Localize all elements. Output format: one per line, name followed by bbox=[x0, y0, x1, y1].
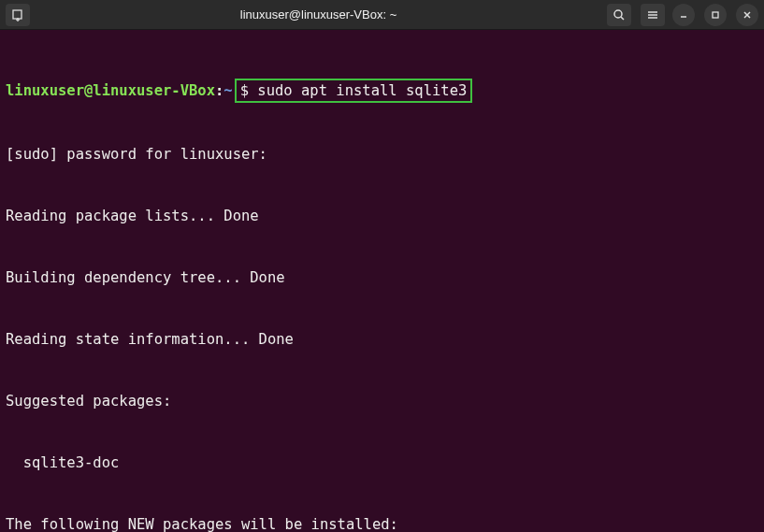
command-highlight-box: $ sudo apt install sqlite3 bbox=[235, 79, 473, 103]
new-tab-icon bbox=[11, 8, 24, 22]
output-line: Suggested packages: bbox=[6, 391, 758, 411]
output-line: Reading state information... Done bbox=[6, 329, 758, 350]
svg-point-3 bbox=[614, 10, 622, 18]
svg-rect-0 bbox=[13, 10, 22, 19]
menu-button[interactable] bbox=[641, 4, 665, 26]
prompt-user: linuxuser@linuxuser-VBox bbox=[6, 82, 215, 99]
prompt-colon: : bbox=[215, 82, 223, 99]
svg-line-4 bbox=[621, 17, 624, 20]
maximize-icon bbox=[711, 10, 720, 20]
search-button[interactable] bbox=[607, 4, 631, 26]
output-line: The following NEW packages will be insta… bbox=[6, 514, 758, 532]
close-button[interactable] bbox=[736, 4, 758, 26]
output-line: sqlite3-doc bbox=[6, 453, 758, 473]
command-text: sudo apt install sqlite3 bbox=[257, 82, 467, 99]
prompt-dollar: $ bbox=[240, 82, 258, 99]
close-icon bbox=[742, 10, 752, 20]
titlebar-left-controls bbox=[6, 4, 30, 26]
output-line: Reading package lists... Done bbox=[6, 206, 758, 226]
maximize-button[interactable] bbox=[704, 4, 727, 26]
output-line: [sudo] password for linuxuser: bbox=[6, 144, 758, 165]
prompt-line-1: linuxuser@linuxuser-VBox:~$ sudo apt ins… bbox=[6, 79, 758, 103]
titlebar-right-controls bbox=[607, 4, 758, 26]
window-title: linuxuser@linuxuser-VBox: ~ bbox=[36, 7, 601, 22]
minimize-button[interactable] bbox=[672, 4, 695, 26]
terminal-viewport[interactable]: linuxuser@linuxuser-VBox:~$ sudo apt ins… bbox=[0, 30, 764, 532]
prompt-path: ~ bbox=[223, 82, 232, 99]
output-line: Building dependency tree... Done bbox=[6, 267, 758, 288]
svg-rect-9 bbox=[713, 12, 718, 18]
new-tab-button[interactable] bbox=[6, 4, 30, 26]
hamburger-icon bbox=[646, 8, 659, 22]
search-icon bbox=[613, 8, 626, 22]
window-titlebar: linuxuser@linuxuser-VBox: ~ bbox=[0, 0, 764, 30]
minimize-icon bbox=[679, 10, 688, 20]
